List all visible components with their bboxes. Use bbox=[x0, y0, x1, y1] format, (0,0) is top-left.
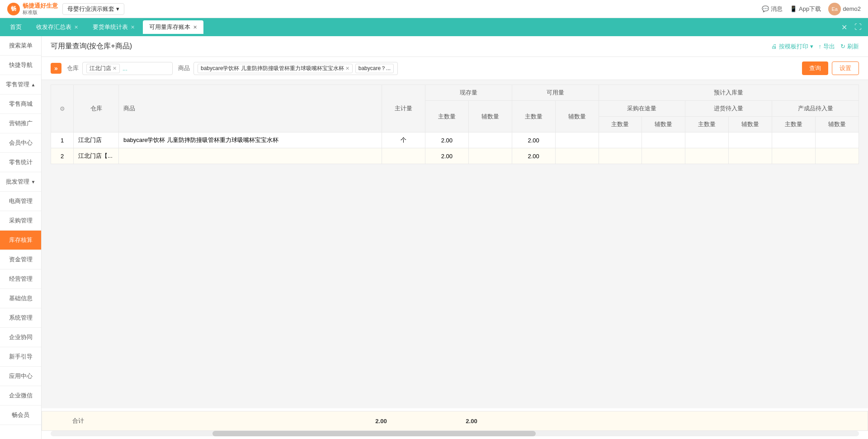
th-stock-main-qty: 主数量 bbox=[425, 101, 468, 132]
cell-warehouse: 江北门店【... bbox=[74, 148, 119, 164]
tab-close-icon[interactable]: ✕ bbox=[131, 24, 135, 30]
top-bar-right: 💬 消息 📱 App下载 Ea demo2 bbox=[762, 3, 861, 15]
message-icon: 💬 bbox=[762, 5, 769, 12]
cell-product: babycare学饮杯 儿童防摔防撞吸管杯重力球吸嘴杯宝宝水杯 bbox=[119, 132, 382, 148]
tag-remove-icon[interactable]: ✕ bbox=[113, 66, 117, 71]
warehouse-tag: 江北门店 ✕ bbox=[86, 64, 120, 73]
sidebar-item-system-mgmt[interactable]: 系统管理 bbox=[0, 308, 41, 328]
sidebar-item-retail-mgmt[interactable]: 零售管理 ▲ bbox=[0, 75, 41, 94]
template-print-button[interactable]: 🖨 按模板打印 ▾ bbox=[771, 42, 813, 51]
cell-stock-main: 2.00 bbox=[425, 148, 468, 164]
cell-unit: 个 bbox=[382, 132, 425, 148]
app-name: 畅捷通好生意 标准版 bbox=[23, 2, 58, 15]
sidebar-item-retail-stats[interactable]: 零售统计 bbox=[0, 153, 41, 172]
filter-bar: » 仓库 江北门店 ✕ ... 商品 babycare学饮杯 儿童防摔防撞吸管杯… bbox=[42, 57, 868, 80]
cell-stock-main: 2.00 bbox=[425, 132, 468, 148]
close-all-tabs-icon[interactable]: ✕ bbox=[839, 22, 850, 33]
th-arrival-aux: 辅数量 bbox=[729, 117, 772, 132]
sidebar-item-new-guide[interactable]: 新手引导 bbox=[0, 347, 41, 367]
expand-icon[interactable]: ⛶ bbox=[852, 22, 864, 32]
data-table: ⚙ 仓库 商品 主计量 现存量 可用量 预计入库量 主数量 辅数量 主数量 辅数… bbox=[51, 85, 859, 164]
filter-expand-button[interactable]: » bbox=[51, 63, 61, 74]
tab-available-stock[interactable]: 可用量库存账本 ✕ bbox=[143, 20, 203, 34]
th-prod-main: 主数量 bbox=[772, 117, 816, 132]
chevron-down-icon: ▾ bbox=[116, 5, 119, 12]
total-row: 合计 2.00 2.00 bbox=[42, 411, 868, 431]
chevron-down-icon: ▾ bbox=[810, 43, 813, 50]
th-current-stock: 现存量 bbox=[425, 85, 512, 101]
sidebar-quick-nav[interactable]: 快捷导航 bbox=[0, 56, 41, 75]
sidebar-item-ecommerce[interactable]: 电商管理 bbox=[0, 192, 41, 211]
warehouse-filter-tags[interactable]: 江北门店 ✕ ... bbox=[82, 62, 173, 75]
settings-gear-icon[interactable]: ⚙ bbox=[60, 105, 65, 112]
filter-actions: 查询 设置 bbox=[802, 61, 859, 75]
tag-remove-icon[interactable]: ✕ bbox=[345, 66, 349, 71]
sidebar-item-member-center[interactable]: 会员中心 bbox=[0, 133, 41, 153]
sidebar-item-inventory[interactable]: 库存核算 bbox=[0, 231, 41, 250]
user-menu[interactable]: Ea demo2 bbox=[828, 3, 861, 15]
cell-arrival-main bbox=[685, 148, 729, 164]
industry-selector[interactable]: 母婴行业演示账套 ▾ bbox=[62, 3, 124, 15]
sidebar-item-enterprise-collab[interactable]: 企业协同 bbox=[0, 328, 41, 347]
sidebar-item-basic-info[interactable]: 基础信息 bbox=[0, 289, 41, 308]
tab-receive-summary[interactable]: 收发存汇总表 ✕ bbox=[30, 20, 85, 34]
scrollbar-thumb[interactable] bbox=[212, 431, 536, 436]
th-arrival-pending: 进货待入量 bbox=[685, 101, 772, 117]
cell-prod-main bbox=[772, 132, 816, 148]
query-button[interactable]: 查询 bbox=[802, 61, 828, 75]
sidebar-item-app-center[interactable]: 应用中心 bbox=[0, 367, 41, 386]
main-layout: 搜索菜单 快捷导航 零售管理 ▲ 零售商城 营销推广 会员中心 零售统计 批发管… bbox=[0, 36, 868, 439]
sidebar-item-operations[interactable]: 经营管理 bbox=[0, 269, 41, 289]
cell-avail-main: 2.00 bbox=[512, 148, 555, 164]
cell-unit bbox=[382, 148, 425, 164]
top-bar-left: 畅 畅捷通好生意 标准版 母婴行业演示账套 ▾ bbox=[7, 2, 124, 15]
cell-stock-aux bbox=[468, 132, 512, 148]
th-gear[interactable]: ⚙ bbox=[51, 85, 74, 132]
expand-arrow-icon: ▲ bbox=[31, 82, 36, 87]
total-label: 合计 bbox=[42, 417, 114, 425]
cell-avail-aux bbox=[555, 132, 599, 148]
cell-warehouse: 江北门店 bbox=[74, 132, 119, 148]
tab-close-icon[interactable]: ✕ bbox=[193, 24, 197, 30]
tab-close-icon[interactable]: ✕ bbox=[74, 24, 78, 30]
total-avail-main: 2.00 bbox=[444, 418, 499, 425]
product-filter-tags[interactable]: babycare学饮杯 儿童防摔防撞吸管杯重力球吸嘴杯宝宝水杯 ✕ babyca… bbox=[193, 62, 398, 75]
sidebar-item-enterprise-wechat[interactable]: 企业微信 bbox=[0, 386, 41, 406]
sidebar-item-marketing[interactable]: 营销推广 bbox=[0, 114, 41, 133]
total-stock-main: 2.00 bbox=[354, 418, 408, 425]
page-header-actions: 🖨 按模板打印 ▾ ↑ 导出 ↻ 刷新 bbox=[771, 42, 859, 51]
tab-order-stats[interactable]: 要货单统计表 ✕ bbox=[86, 20, 141, 34]
sidebar-item-member[interactable]: 畅会员 bbox=[0, 406, 41, 425]
export-button[interactable]: ↑ 导出 bbox=[819, 42, 835, 51]
sidebar-item-finance[interactable]: 资金管理 bbox=[0, 250, 41, 269]
cell-avail-main: 2.00 bbox=[512, 132, 555, 148]
app-download-button[interactable]: 📱 App下载 bbox=[790, 5, 821, 13]
warehouse-filter-label: 仓库 bbox=[67, 64, 79, 72]
horizontal-scrollbar[interactable] bbox=[51, 431, 859, 436]
sidebar-item-purchase-mgmt[interactable]: 采购管理 bbox=[0, 211, 41, 231]
settings-button[interactable]: 设置 bbox=[832, 61, 859, 75]
product-tag-1: babycare学饮杯 儿童防摔防撞吸管杯重力球吸嘴杯宝宝水杯 ✕ bbox=[198, 64, 353, 73]
sidebar-item-retail-mall[interactable]: 零售商城 bbox=[0, 94, 41, 114]
cell-arrival-main bbox=[685, 132, 729, 148]
th-avail-aux-qty: 辅数量 bbox=[555, 101, 599, 132]
warehouse-more-button[interactable]: ... bbox=[123, 65, 127, 72]
page-title: 可用量查询(按仓库+商品) bbox=[51, 42, 132, 51]
cell-purchase-main bbox=[599, 132, 642, 148]
refresh-button[interactable]: ↻ 刷新 bbox=[840, 42, 859, 51]
message-button[interactable]: 💬 消息 bbox=[762, 5, 783, 13]
tab-home[interactable]: 首页 bbox=[4, 20, 28, 34]
sidebar-search[interactable]: 搜索菜单 bbox=[0, 36, 41, 56]
app-logo: 畅 bbox=[7, 3, 20, 15]
cell-prod-aux bbox=[816, 148, 859, 164]
export-icon: ↑ bbox=[819, 43, 822, 50]
th-prod-pending: 产成品待入量 bbox=[772, 101, 859, 117]
product-filter-label: 商品 bbox=[178, 64, 190, 72]
th-purchase-in: 采购在途量 bbox=[599, 101, 685, 117]
product-filter-group: 商品 babycare学饮杯 儿童防摔防撞吸管杯重力球吸嘴杯宝宝水杯 ✕ bab… bbox=[178, 62, 398, 75]
logo-area: 畅 畅捷通好生意 标准版 bbox=[7, 2, 58, 15]
sidebar-item-wholesale-mgmt[interactable]: 批发管理 ▼ bbox=[0, 172, 41, 192]
download-icon: 📱 bbox=[790, 5, 797, 12]
print-icon: 🖨 bbox=[771, 43, 777, 50]
th-purchase-aux: 辅数量 bbox=[642, 117, 685, 132]
